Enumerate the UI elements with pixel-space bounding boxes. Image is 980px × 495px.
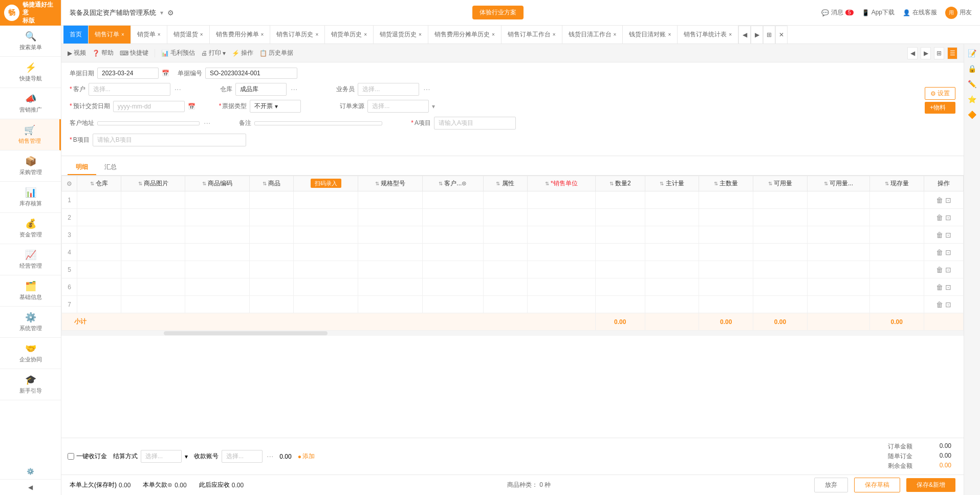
deposit-amount[interactable]: 0.00 [279, 453, 291, 460]
row-2-warehouse[interactable] [77, 209, 121, 226]
save-draft-btn[interactable]: 保存草稿 [854, 478, 900, 492]
row-3-product[interactable] [249, 226, 293, 244]
tab-close-return-history[interactable]: × [364, 32, 367, 37]
row-2-available[interactable] [753, 209, 808, 226]
sidebar-item-system[interactable]: ⚙️ 系统管理 [0, 307, 61, 338]
row-1-product[interactable] [249, 191, 293, 209]
sidebar-item-sales[interactable]: 🛒 销售管理 [0, 119, 61, 150]
row-1-main-unit[interactable] [645, 191, 699, 209]
row-6-product[interactable] [249, 278, 293, 296]
row-7-main-qty[interactable] [699, 296, 753, 313]
row-2-code[interactable] [185, 209, 249, 226]
row-2-sales-unit[interactable] [527, 209, 595, 226]
sidebar-item-operations[interactable]: 📈 经营管理 [0, 244, 61, 275]
row-1-available2[interactable] [807, 191, 869, 209]
address-input[interactable] [97, 121, 200, 125]
row-7-customer-code[interactable] [422, 296, 483, 313]
col-warehouse[interactable]: ⇅ 仓库 [77, 176, 121, 191]
row-7-code[interactable] [185, 296, 249, 313]
row-2-customer-code[interactable] [422, 209, 483, 226]
row-4-sales-unit[interactable] [527, 244, 595, 261]
tab-close-refund-history[interactable]: × [419, 32, 422, 37]
row-4-available[interactable] [753, 244, 808, 261]
col-sales-unit[interactable]: ⇅ *销售单位 [527, 176, 595, 191]
row-2-spec[interactable] [358, 209, 422, 226]
row-3-available[interactable] [753, 226, 808, 244]
row-2-product[interactable] [249, 209, 293, 226]
row-2-scan[interactable] [293, 209, 358, 226]
col-scan[interactable]: 扫码录入 [293, 176, 358, 191]
row-3-scan[interactable] [293, 226, 358, 244]
col-image[interactable]: ⇅ 商品图片 [121, 176, 185, 191]
toolbar-nav-prev[interactable]: ◀ [907, 47, 918, 59]
row-6-stock[interactable] [869, 278, 924, 296]
form-addbom-btn[interactable]: +物料 [925, 102, 955, 114]
row-3-copy-icon[interactable]: ⊡ [945, 231, 951, 239]
right-lock-icon[interactable]: 🔒 [965, 61, 979, 76]
row-3-customer-code[interactable] [422, 226, 483, 244]
app-download-btn[interactable]: 📱 App下载 [862, 8, 895, 17]
tab-grid-btn[interactable]: ⊞ [763, 26, 775, 44]
tab-daily-reconcile[interactable]: 钱货日清对账 × [623, 26, 678, 44]
row-5-warehouse[interactable] [77, 261, 121, 278]
col-gear[interactable]: ⚙ [62, 176, 77, 191]
row-3-stock[interactable] [869, 226, 924, 244]
table-scrollbar[interactable] [61, 331, 964, 336]
row-4-main-unit[interactable] [645, 244, 699, 261]
customer-input[interactable]: 选择... [89, 83, 170, 96]
row-7-available2[interactable] [807, 296, 869, 313]
settings-gear-icon[interactable]: ⚙ [167, 9, 174, 17]
toolbar-shortcut[interactable]: ⌨ 快捷键 [120, 49, 148, 57]
right-orange-icon[interactable]: 🔶 [965, 107, 979, 122]
row-7-spec[interactable] [358, 296, 422, 313]
row-6-delete-icon[interactable]: 🗑 [936, 283, 943, 291]
tab-refund-history[interactable]: 销货退货历史 × [374, 26, 428, 44]
tab-close-fee-split[interactable]: × [261, 32, 264, 37]
right-star-icon[interactable]: ⭐ [965, 92, 979, 106]
tab-close-fee-history[interactable]: × [492, 32, 495, 37]
save-new-btn[interactable]: 保存&新增 [906, 478, 955, 492]
row-3-code[interactable] [185, 226, 249, 244]
col-available[interactable]: ⇅ 可用量 [753, 176, 808, 191]
row-5-sales-unit[interactable] [527, 261, 595, 278]
row-1-copy-icon[interactable]: ⊡ [945, 196, 951, 204]
toolbar-nav-next[interactable]: ▶ [921, 47, 931, 59]
col-main-unit[interactable]: ⇅ 主计量 [645, 176, 699, 191]
sidebar-item-basic[interactable]: 🗂️ 基础信息 [0, 275, 61, 307]
tab-sales-return[interactable]: 销货单 × [131, 26, 167, 44]
gear-icon[interactable]: ⚙ [67, 180, 72, 187]
row-7-qty2[interactable] [595, 296, 645, 313]
toolbar-grid-view[interactable]: ⊞ [934, 47, 944, 59]
sidebar-item-finance[interactable]: 💰 资金管理 [0, 213, 61, 244]
col-main-qty[interactable]: ⇅ 主数量 [699, 176, 753, 191]
tab-home[interactable]: 首页 [63, 26, 89, 44]
row-3-main-unit[interactable] [645, 226, 699, 244]
row-2-delete-icon[interactable]: 🗑 [936, 213, 943, 222]
a-project-input[interactable]: 请输入A项目 [434, 117, 516, 130]
tab-close-sales-stats[interactable]: × [729, 32, 732, 37]
row-1-code[interactable] [185, 191, 249, 209]
right-notes-icon[interactable]: 📝 [965, 46, 979, 60]
row-2-main-qty[interactable] [699, 209, 753, 226]
system-dropdown-icon[interactable]: ▾ [160, 9, 163, 16]
row-1-qty2[interactable] [595, 191, 645, 209]
row-7-stock[interactable] [869, 296, 924, 313]
row-1-main-qty[interactable] [699, 191, 753, 209]
salesperson-input[interactable]: 选择... [358, 83, 419, 96]
tab-next-btn[interactable]: ▶ [751, 26, 763, 44]
row-3-attribute[interactable] [483, 226, 527, 244]
row-7-copy-icon[interactable]: ⊡ [945, 300, 951, 309]
toolbar-operate[interactable]: ⚡ 操作 [232, 49, 253, 57]
col-spec[interactable]: ⇅ 规格型号 [358, 176, 422, 191]
row-7-product[interactable] [249, 296, 293, 313]
order-source-input[interactable]: 选择... [367, 100, 429, 113]
tab-sales-stats[interactable]: 销售订单统计表 × [678, 26, 738, 44]
row-1-warehouse[interactable] [77, 191, 121, 209]
delivery-input[interactable]: yyyy-mm-dd [113, 101, 185, 112]
tab-close-daily-clear[interactable]: × [614, 32, 617, 37]
row-5-available2[interactable] [807, 261, 869, 278]
industry-btn[interactable]: 体验行业方案 [472, 6, 524, 19]
row-5-image[interactable] [121, 261, 185, 278]
row-6-warehouse[interactable] [77, 278, 121, 296]
row-1-scan[interactable] [293, 191, 358, 209]
